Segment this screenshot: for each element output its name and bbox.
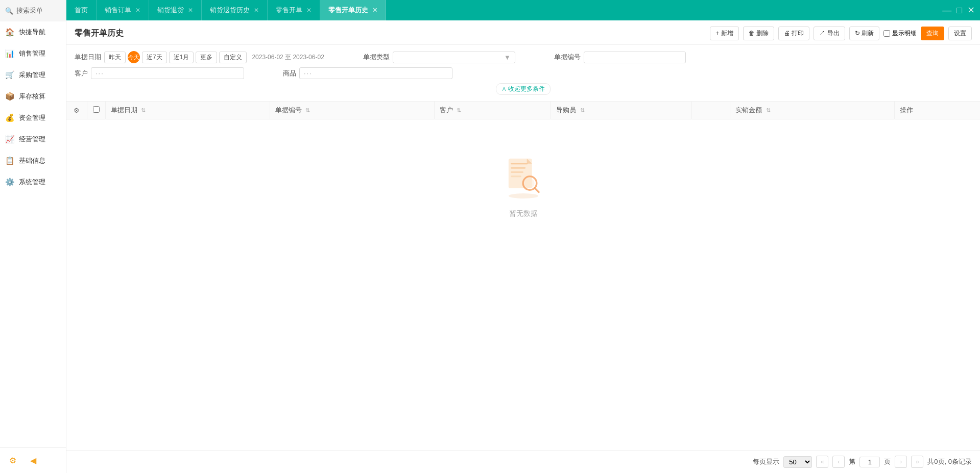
sidebar-item-label: 销售管理 bbox=[19, 49, 45, 58]
date-more[interactable]: 更多 bbox=[196, 52, 217, 63]
sidebar-item-purchase-mgmt[interactable]: 🛒采购管理 bbox=[0, 64, 66, 86]
customer-filter: 客户 ··· bbox=[75, 67, 244, 79]
sidebar-item-label: 采购管理 bbox=[19, 70, 45, 80]
tab-close-sales-return-history[interactable]: ✕ bbox=[254, 7, 259, 14]
number-sort-icon[interactable]: ⇅ bbox=[305, 107, 310, 113]
th-amount: 实销金额 ⇅ bbox=[730, 102, 895, 119]
tab-label: 首页 bbox=[75, 6, 88, 15]
filter-row-2: 客户 ··· 商品 ··· bbox=[75, 67, 972, 79]
date-sort-icon[interactable]: ⇅ bbox=[141, 107, 146, 113]
type-label: 单据类型 bbox=[363, 53, 390, 62]
sidebar-item-finance[interactable]: 💰资金管理 bbox=[0, 107, 66, 129]
operations-icon: 📈 bbox=[5, 135, 15, 144]
date-7days[interactable]: 近7天 bbox=[142, 52, 167, 63]
number-label: 单据编号 bbox=[554, 53, 581, 62]
tab-retail-open-history[interactable]: 零售开单历史✕ bbox=[320, 0, 386, 20]
search-icon: 🔍 bbox=[5, 7, 13, 15]
th-checkbox[interactable] bbox=[87, 102, 105, 119]
sidebar-settings-btn[interactable]: ⚙ bbox=[5, 453, 20, 468]
page-title: 零售开单历史 bbox=[75, 28, 124, 39]
sidebar-item-label: 经营管理 bbox=[19, 135, 45, 144]
tab-sales-order[interactable]: 销售订单✕ bbox=[97, 0, 149, 20]
filter-row-1: 单据日期 昨天 今天 近7天 近1月 更多 自定义 2023-06-02 至 2… bbox=[75, 51, 972, 63]
tab-bar: 首页销售订单✕销货退货✕销货退货历史✕零售开单✕零售开单历史✕ — □ ✕ bbox=[66, 0, 980, 20]
customer-sort-icon[interactable]: ⇅ bbox=[457, 107, 461, 113]
goods-select[interactable]: ··· bbox=[299, 67, 452, 79]
date-today[interactable]: 今天 bbox=[128, 51, 140, 63]
tab-close-retail-open[interactable]: ✕ bbox=[306, 7, 312, 14]
display-cols-checkbox[interactable]: 显示明细 bbox=[883, 29, 917, 38]
sidebar-collapse-btn[interactable]: ◀ bbox=[26, 453, 41, 468]
per-page-label: 每页显示 bbox=[753, 457, 779, 466]
page-word: 第 bbox=[849, 457, 855, 466]
date-1month[interactable]: 近1月 bbox=[169, 52, 194, 63]
sidebar-item-sys-mgmt[interactable]: ⚙️系统管理 bbox=[0, 171, 66, 193]
sidebar-search-btn[interactable]: 🔍 搜索采单 bbox=[0, 0, 66, 21]
per-page-select[interactable]: 50 10 20 100 bbox=[783, 456, 812, 468]
settings-btn[interactable]: 设置 bbox=[948, 27, 972, 40]
tab-label: 销货退货历史 bbox=[210, 6, 250, 15]
delete-btn[interactable]: 🗑 删除 bbox=[743, 27, 774, 40]
tab-sales-return-history[interactable]: 销货退货历史✕ bbox=[202, 0, 268, 20]
svg-rect-2 bbox=[511, 163, 528, 164]
tab-sales-return[interactable]: 销货退货✕ bbox=[149, 0, 202, 20]
minimize-btn[interactable]: — bbox=[942, 5, 951, 16]
customer-select[interactable]: ··· bbox=[91, 67, 244, 79]
refresh-btn[interactable]: ↻ 刷新 bbox=[849, 27, 879, 40]
goods-dots: ··· bbox=[304, 69, 313, 77]
sidebar-item-label: 快捷导航 bbox=[19, 28, 45, 37]
number-input[interactable] bbox=[584, 52, 686, 63]
date-yesterday[interactable]: 昨天 bbox=[104, 52, 126, 63]
th-action: 操作 bbox=[895, 102, 980, 119]
page-number-input[interactable] bbox=[859, 457, 880, 467]
select-all-checkbox[interactable] bbox=[93, 106, 100, 113]
date-label: 单据日期 bbox=[75, 53, 101, 62]
empty-icon bbox=[498, 150, 549, 201]
tab-label: 零售开单 bbox=[276, 6, 302, 15]
sys-mgmt-icon: ⚙️ bbox=[5, 178, 15, 187]
data-table: ⚙ 单据日期 ⇅ 单据编号 ⇅ 客户 bbox=[66, 102, 980, 119]
tab-label: 销货退货 bbox=[157, 6, 184, 15]
sidebar-item-sales-mgmt[interactable]: 📊销售管理 bbox=[0, 43, 66, 64]
last-page-btn[interactable]: » bbox=[911, 456, 923, 468]
amount-sort-icon[interactable]: ⇅ bbox=[766, 107, 771, 113]
collapse-btn[interactable]: ∧ 收起更多条件 bbox=[496, 83, 551, 95]
finance-icon: 💰 bbox=[5, 113, 15, 122]
display-cols-input[interactable] bbox=[883, 30, 890, 37]
type-select[interactable]: ▼ bbox=[393, 52, 515, 63]
tab-retail-open[interactable]: 零售开单✕ bbox=[268, 0, 320, 20]
add-btn[interactable]: + 新增 bbox=[710, 27, 738, 40]
sidebar-item-inventory[interactable]: 📦库存核算 bbox=[0, 86, 66, 107]
th-gear[interactable]: ⚙ bbox=[66, 102, 87, 119]
tab-close-retail-open-history[interactable]: ✕ bbox=[372, 7, 377, 14]
tab-close-sales-return[interactable]: ✕ bbox=[188, 7, 193, 14]
salesperson-sort-icon[interactable]: ⇅ bbox=[580, 107, 585, 113]
print-btn[interactable]: 🖨 打印 bbox=[778, 27, 809, 40]
sidebar-item-base-info[interactable]: 📋基础信息 bbox=[0, 150, 66, 171]
svg-rect-3 bbox=[511, 167, 525, 168]
sidebar-item-label: 库存核算 bbox=[19, 92, 45, 101]
prev-page-btn[interactable]: ‹ bbox=[832, 456, 845, 468]
customer-dots: ··· bbox=[95, 69, 104, 77]
first-page-btn[interactable]: « bbox=[816, 456, 828, 468]
page-summary: 共0页, 0条记录 bbox=[927, 457, 972, 466]
sidebar-nav: 🏠快捷导航📊销售管理🛒采购管理📦库存核算💰资金管理📈经营管理📋基础信息⚙️系统管… bbox=[0, 21, 66, 447]
th-spacer bbox=[691, 102, 730, 119]
close-btn[interactable]: ✕ bbox=[967, 5, 975, 16]
table-header-row: ⚙ 单据日期 ⇅ 单据编号 ⇅ 客户 bbox=[66, 102, 980, 119]
base-info-icon: 📋 bbox=[5, 156, 15, 165]
customer-label: 客户 bbox=[75, 69, 88, 78]
date-custom[interactable]: 自定义 bbox=[219, 52, 247, 63]
date-filter: 单据日期 昨天 今天 近7天 近1月 更多 自定义 2023-06-02 至 2… bbox=[75, 51, 324, 63]
sidebar-item-operations[interactable]: 📈经营管理 bbox=[0, 129, 66, 150]
maximize-btn[interactable]: □ bbox=[957, 5, 962, 16]
sales-mgmt-icon: 📊 bbox=[5, 49, 15, 58]
th-salesperson: 导购员 ⇅ bbox=[551, 102, 691, 119]
filter-area: 单据日期 昨天 今天 近7天 近1月 更多 自定义 2023-06-02 至 2… bbox=[66, 45, 980, 102]
sidebar-item-quick-nav[interactable]: 🏠快捷导航 bbox=[0, 21, 66, 43]
tab-close-sales-order[interactable]: ✕ bbox=[135, 7, 140, 14]
query-btn[interactable]: 查询 bbox=[921, 27, 944, 40]
tab-home[interactable]: 首页 bbox=[66, 0, 97, 20]
export-btn[interactable]: ↗ 导出 bbox=[814, 27, 845, 40]
next-page-btn[interactable]: › bbox=[895, 456, 907, 468]
